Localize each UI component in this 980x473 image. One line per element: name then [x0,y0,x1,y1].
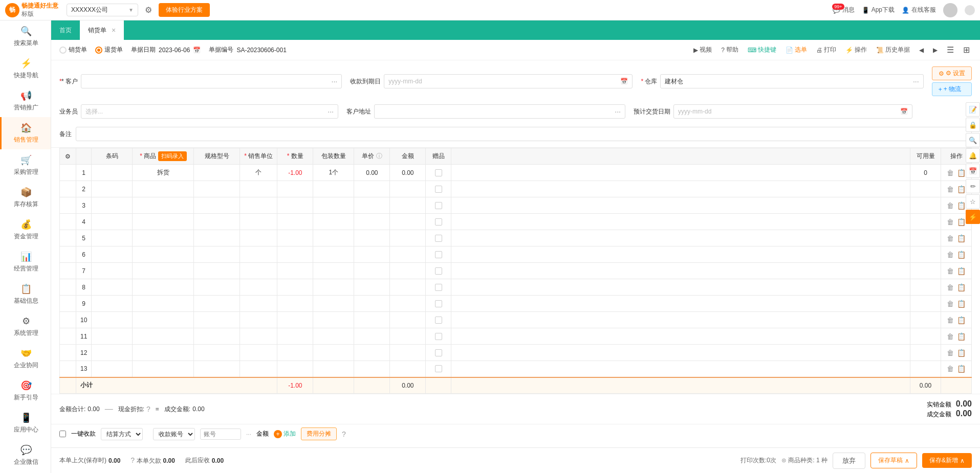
row1-gift[interactable] [426,165,451,181]
save-draft-button[interactable]: 保存草稿 ∧ [870,453,917,468]
r2-copy[interactable]: 📋 [957,185,966,193]
discard-button[interactable]: 放弃 [833,453,865,469]
trial-button[interactable]: 体验行业方案 [159,3,210,17]
r12-del[interactable]: 🗑 [947,349,954,357]
expense-split-button[interactable]: 费用分摊 [301,427,337,440]
float-btn-1[interactable]: 📝 [966,102,980,117]
sidebar-item-sales[interactable]: 🏠 销售管理 [0,117,51,149]
row1-amount[interactable]: 0.00 [390,165,426,181]
one-click-payment-checkbox[interactable] [59,431,66,437]
select-button[interactable]: 📄 选单 [783,44,809,55]
calendar-icon[interactable]: 📅 [193,47,201,54]
nav-prev-button[interactable]: ◀ [917,46,926,55]
logistics-button[interactable]: + + 物流 [932,82,972,96]
nav-next-button[interactable]: ▶ [931,46,940,55]
sidebar-item-search[interactable]: 🔍 搜索菜单 [0,20,51,53]
r4-copy[interactable]: 📋 [957,218,966,226]
sidebar-item-purchase[interactable]: 🛒 采购管理 [0,149,51,182]
receipt-date-input[interactable]: yyyy-mm-dd 📅 [384,74,633,88]
r2-del[interactable]: 🗑 [947,185,954,193]
float-btn-2[interactable]: 🔒 [966,118,980,132]
save-new-button[interactable]: 保存&新增 ∧ [922,453,972,468]
float-btn-3[interactable]: 🔍 [966,133,980,147]
settings-button[interactable]: ⚙ ⚙ 设置 [932,66,972,80]
float-btn-4[interactable]: 🔔 [966,148,980,163]
expected-date-input[interactable]: yyyy-mm-dd 📅 [673,104,912,119]
receipt-calendar-icon[interactable]: 📅 [620,78,628,85]
account-select[interactable]: 收款账号 [153,428,195,440]
sidebar-item-apps[interactable]: 📱 应用中心 [0,407,51,439]
date-value[interactable]: 2023-06-06 [159,47,190,54]
sidebar-item-system[interactable]: ⚙ 系统管理 [0,310,51,343]
r13-del[interactable]: 🗑 [947,365,954,373]
r8-del[interactable]: 🗑 [947,283,954,291]
row1-unit[interactable]: 个 [240,165,277,181]
r2-u[interactable] [240,181,277,197]
r2-g[interactable] [426,181,451,197]
sidebar-item-marketing[interactable]: 📢 营销推广 [0,85,51,117]
sidebar-item-business[interactable]: 📊 经营管理 [0,246,51,278]
list-view-button[interactable]: ☰ [945,44,956,56]
r11-del[interactable]: 🗑 [947,332,954,341]
settlement-method-select[interactable]: 结算方式 [101,428,143,440]
customer-address-input[interactable]: ··· [374,104,625,119]
customer-input[interactable]: ··· [81,74,342,88]
r2-a[interactable] [390,181,426,197]
radio-sales-order[interactable]: 销货单 [59,46,87,54]
sidebar-item-base[interactable]: 📋 基础信息 [0,278,51,310]
row1-qty[interactable]: -1.00 [277,165,313,181]
account-input[interactable] [200,429,241,440]
row1-remark[interactable] [451,165,910,181]
r11-copy[interactable]: 📋 [957,332,966,341]
help-button[interactable]: ? 帮助 [719,44,741,55]
float-btn-orange[interactable]: ⚡ [966,210,980,224]
expected-calendar-icon[interactable]: 📅 [900,108,908,115]
user-avatar[interactable] [943,3,957,17]
r9-del[interactable]: 🗑 [947,300,954,308]
grid-view-button[interactable]: ⊞ [961,44,972,56]
r5-del[interactable]: 🗑 [947,234,954,242]
r10-del[interactable]: 🗑 [947,316,954,324]
payment-help-icon[interactable]: ? [342,430,346,438]
r2-r[interactable] [451,181,910,197]
r12-copy[interactable]: 📋 [957,349,966,357]
row1-pkgqty[interactable]: 1个 [313,165,354,181]
r7-del[interactable]: 🗑 [947,267,954,275]
online-support-item[interactable]: 👤 在线客服 [902,6,936,14]
operate-button[interactable]: ⚡ 操作 [843,44,869,55]
r13-copy[interactable]: 📋 [957,365,966,373]
float-btn-5[interactable]: 📅 [966,164,980,178]
notes-input[interactable] [76,127,972,141]
sidebar-item-guide[interactable]: 🎯 新手引导 [0,375,51,407]
sidebar-item-quicknav[interactable]: ⚡ 快捷导航 [0,53,51,85]
r2-q[interactable] [277,181,313,197]
r2-p[interactable] [133,181,194,197]
print-button[interactable]: 🖨 打印 [814,44,838,55]
r3-del[interactable]: 🗑 [947,201,954,210]
sidebar-item-enterprise[interactable]: 🤝 企业协同 [0,343,51,375]
sidebar-item-wechat[interactable]: 💬 企业微信 [0,439,51,471]
tab-close-button[interactable]: × [112,26,116,34]
r5-copy[interactable]: 📋 [957,234,966,242]
sidebar-item-inventory[interactable]: 📦 库存核算 [0,182,51,214]
float-btn-7[interactable]: ☆ [966,194,980,209]
app-download-item[interactable]: 📱 App下载 [862,6,895,14]
tab-home[interactable]: 首页 [51,20,80,40]
r8-copy[interactable]: 📋 [957,283,966,291]
th-settings[interactable]: ⚙ [60,148,76,165]
row1-price[interactable]: 0.00 [354,165,390,181]
row1-gift-checkbox[interactable] [435,169,442,176]
add-payment-button[interactable]: + 添加 [274,430,296,438]
settings-gear-button[interactable]: ⚙ [141,3,156,17]
scan-button[interactable]: 扫码录入 [158,151,187,161]
r2-sp[interactable] [194,181,240,197]
row1-delete-button[interactable]: 🗑 [947,169,954,177]
r10-copy[interactable]: 📋 [957,316,966,324]
discount-help-icon[interactable]: ? [146,405,150,413]
message-item[interactable]: 💬 99+ 消息 [833,6,855,14]
user-avatar2[interactable] [965,5,975,15]
company-selector[interactable]: XXXXXX公司 ▼ [67,4,138,16]
r4-del[interactable]: 🗑 [947,218,954,226]
float-btn-6[interactable]: ✏ [966,179,980,193]
sidebar-item-funds[interactable]: 💰 资金管理 [0,214,51,246]
